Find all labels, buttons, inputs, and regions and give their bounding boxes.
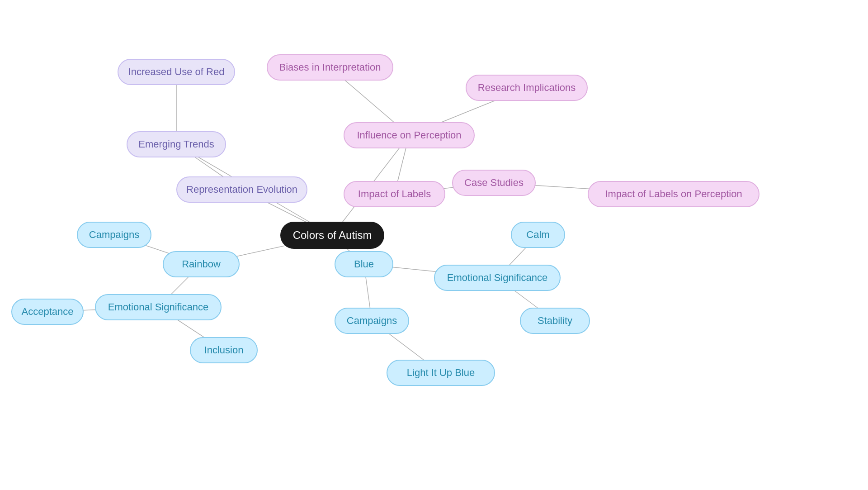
biases_in_interpretation-label: Biases in Interpretation [279, 62, 381, 73]
influence_on_perception-node[interactable]: Influence on Perception [344, 122, 475, 148]
campaigns_right-label: Campaigns [347, 315, 397, 327]
acceptance-label: Acceptance [22, 306, 74, 318]
blue-node[interactable]: Blue [335, 251, 393, 277]
increased_use_of_red-node[interactable]: Increased Use of Red [118, 59, 235, 85]
impact_of_labels-label: Impact of Labels [358, 188, 431, 200]
influence_on_perception-label: Influence on Perception [357, 129, 461, 141]
emerging_trends-label: Emerging Trends [138, 138, 214, 150]
campaigns_left-label: Campaigns [89, 229, 139, 241]
research_implications-label: Research Implications [478, 82, 576, 94]
biases_in_interpretation-node[interactable]: Biases in Interpretation [267, 54, 393, 81]
emotional_significance_right-label: Emotional Significance [447, 272, 548, 284]
research_implications-node[interactable]: Research Implications [466, 75, 588, 101]
light_it_up_blue-label: Light It Up Blue [407, 367, 475, 379]
impact_of_labels-node[interactable]: Impact of Labels [344, 181, 445, 207]
stability-label: Stability [538, 315, 572, 327]
rainbow-node[interactable]: Rainbow [163, 251, 240, 277]
emerging_trends-node[interactable]: Emerging Trends [127, 131, 226, 157]
calm-label: Calm [526, 229, 549, 241]
case_studies-node[interactable]: Case Studies [452, 170, 536, 196]
campaigns_left-node[interactable]: Campaigns [77, 222, 151, 248]
rainbow-label: Rainbow [182, 258, 221, 270]
inclusion-node[interactable]: Inclusion [190, 337, 258, 363]
light_it_up_blue-node[interactable]: Light It Up Blue [387, 360, 495, 386]
emotional_significance_left-node[interactable]: Emotional Significance [95, 294, 222, 320]
case_studies-label: Case Studies [464, 177, 524, 189]
inclusion-label: Inclusion [204, 344, 244, 356]
representation_evolution-node[interactable]: Representation Evolution [176, 176, 307, 203]
representation_evolution-label: Representation Evolution [186, 184, 297, 195]
campaigns_right-node[interactable]: Campaigns [335, 308, 409, 334]
center-label: Colors of Autism [293, 229, 372, 242]
acceptance-node[interactable]: Acceptance [11, 299, 84, 325]
center-node[interactable]: Colors of Autism [280, 222, 384, 249]
calm-node[interactable]: Calm [511, 222, 565, 248]
blue-label: Blue [354, 258, 374, 270]
impact_of_labels_on_perception-node[interactable]: Impact of Labels on Perception [588, 181, 760, 207]
emotional_significance_left-label: Emotional Significance [108, 301, 209, 313]
emotional_significance_right-node[interactable]: Emotional Significance [434, 265, 561, 291]
stability-node[interactable]: Stability [520, 308, 590, 334]
increased_use_of_red-label: Increased Use of Red [128, 66, 225, 78]
impact_of_labels_on_perception-label: Impact of Labels on Perception [605, 188, 742, 200]
